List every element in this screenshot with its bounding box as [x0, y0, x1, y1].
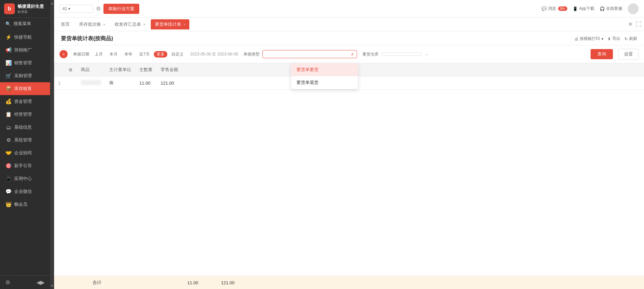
inventory-icon: 📦: [5, 86, 11, 92]
tabbar-close-all-button[interactable]: ✕: [626, 20, 635, 28]
date-tab-custom[interactable]: 自定义: [169, 51, 186, 58]
expand-icon: »: [63, 52, 65, 57]
topbar-left: 41 ▾ ⚙ 体验行业方案: [59, 4, 538, 14]
dropdown-item-order-return[interactable]: 要货单退货: [291, 76, 358, 89]
tab-receive-summary-label: 收发存汇总表: [115, 21, 141, 27]
purchase-icon: 🛒: [5, 73, 11, 79]
tab-order-stats-close[interactable]: ×: [183, 22, 185, 26]
tabbar: 首页 库存批次账 × 收发存汇总表 × 要货单统计表 × ✕ ⛶: [54, 18, 644, 31]
type-filter-input[interactable]: ∧: [262, 50, 357, 58]
tab-home[interactable]: 首页: [57, 19, 74, 29]
sidebar-item-label: 企业微信: [14, 188, 32, 195]
date-tab-last-month[interactable]: 上月: [92, 51, 105, 58]
quick-nav-icon: ⚡: [5, 34, 11, 40]
tab-order-stats[interactable]: 要货单统计表 ×: [151, 19, 189, 29]
logo-icon: b: [4, 3, 15, 14]
warehouse-filter-input[interactable]: [381, 52, 422, 56]
scroll-down-arrow[interactable]: ▼: [50, 284, 54, 288]
cell-amount: 121.00: [157, 76, 182, 90]
message-icon: 💬: [542, 6, 547, 11]
message-badge: 99+: [558, 6, 567, 11]
tab-receive-summary[interactable]: 收发存汇总表 ×: [111, 19, 149, 29]
dropdown-item-order-goods[interactable]: 要货单要货: [291, 63, 358, 76]
settings-bottom-icon[interactable]: ⚙: [5, 279, 10, 286]
sidebar-item-quick-nav[interactable]: ⚡ 快捷导航: [0, 31, 50, 44]
tabbar-right: ✕ ⛶: [626, 20, 641, 28]
guide-icon: 🎯: [5, 163, 11, 169]
print-button[interactable]: 🖨 按模板打印 ▾: [574, 36, 603, 42]
date-tab-this-month[interactable]: 本月: [107, 51, 120, 58]
marketing-icon: 📢: [5, 47, 11, 53]
date-tab-more[interactable]: 更多: [154, 51, 167, 58]
sidebar-item-label: 销售管理: [14, 60, 32, 66]
warehouse-filter-label: 要货仓库: [362, 51, 379, 57]
service-icon: 🎧: [600, 6, 605, 11]
user-avatar[interactable]: [628, 3, 639, 14]
sidebar-item-purchase[interactable]: 🛒 采购管理: [0, 69, 50, 82]
type-filter-group: 单据类型 ∧: [243, 50, 357, 58]
query-button[interactable]: 查询: [591, 49, 613, 59]
refresh-icon: ↻: [624, 37, 628, 41]
topbar-settings-icon[interactable]: ⚙: [96, 5, 101, 12]
sidebar: b 畅捷通好生意 标准版 🔍 搜索菜单 ⚡ 快捷导航 📢 营销推广 📊 销售管理…: [0, 0, 50, 289]
basic-icon: 🗂: [5, 124, 11, 130]
export-button[interactable]: ⬇ 导出: [607, 36, 620, 42]
app-icon: 📱: [573, 6, 578, 11]
sidebar-menu: ⚡ 快捷导航 📢 营销推广 📊 销售管理 🛒 采购管理 📦 库存核算 💰 资金管…: [0, 29, 50, 275]
print-dropdown-icon: ▾: [601, 37, 603, 41]
table-area: ⚙ 商品 主计量单位 主数量 零售金额 1: [54, 63, 644, 276]
sidebar-item-finance[interactable]: 💰 资金管理: [0, 95, 50, 108]
print-label: 按模板打印: [580, 36, 600, 42]
date-tab-this-year[interactable]: 本年: [122, 51, 135, 58]
tab-receive-summary-close[interactable]: ×: [143, 22, 145, 26]
tab-inventory-batch-close[interactable]: ×: [103, 22, 105, 26]
promo-button[interactable]: 体验行业方案: [103, 4, 139, 14]
company-selector[interactable]: 41 ▾: [59, 5, 93, 13]
date-range-display: 2023-05-06 至 2023-06-06: [190, 51, 238, 57]
tab-inventory-batch[interactable]: 库存批次账 ×: [75, 19, 109, 29]
message-button[interactable]: 💬 消息 99+: [542, 6, 567, 12]
export-icon: ⬇: [607, 37, 611, 41]
main-area: 41 ▾ ⚙ 体验行业方案 💬 消息 99+ 📱 App下载 🎧 在线客服: [54, 0, 644, 289]
page-header: 要货单统计表(按商品) 🖨 按模板打印 ▾ ⬇ 导出 ↻ 刷新: [54, 31, 644, 45]
sidebar-item-label: 畅会员: [14, 201, 27, 207]
refresh-label: 刷新: [629, 36, 637, 42]
app-download-button[interactable]: 📱 App下载: [573, 6, 594, 12]
sidebar-item-inventory[interactable]: 📦 库存核算: [0, 82, 50, 95]
cell-seq: 1: [54, 76, 65, 90]
sidebar-item-basic[interactable]: 🗂 基础信息: [0, 121, 50, 134]
collapse-icon[interactable]: ◀▶: [37, 279, 45, 286]
logo-sub: 标准版: [18, 9, 44, 14]
warehouse-filter-group: 要货仓库 ···: [362, 51, 428, 57]
sidebar-search-label: 搜索菜单: [14, 21, 31, 27]
sidebar-item-operations[interactable]: 📋 经营管理: [0, 108, 50, 121]
cell-quantity: 11.00: [135, 76, 157, 90]
sidebar-item-label: 营销推广: [14, 47, 32, 53]
sidebar-item-marketing[interactable]: 📢 营销推广: [0, 44, 50, 57]
sidebar-item-member[interactable]: 👑 畅会员: [0, 198, 50, 211]
sidebar-item-label: 库存核算: [14, 86, 32, 92]
date-tab-7days[interactable]: 近7天: [137, 51, 152, 58]
goods-name-blurred: [81, 80, 101, 85]
filter-expand-button[interactable]: »: [59, 50, 68, 58]
warehouse-filter-dots[interactable]: ···: [425, 52, 428, 57]
sidebar-search[interactable]: 🔍 搜索菜单: [0, 18, 50, 29]
col-settings[interactable]: ⚙: [65, 63, 77, 76]
page-content: 要货单统计表(按商品) 🖨 按模板打印 ▾ ⬇ 导出 ↻ 刷新: [54, 31, 644, 289]
sidebar-item-wechat[interactable]: 💬 企业微信: [0, 185, 50, 198]
refresh-button[interactable]: ↻ 刷新: [624, 36, 637, 42]
sidebar-item-guide[interactable]: 🎯 新手引导: [0, 159, 50, 172]
sidebar-item-sales[interactable]: 📊 销售管理: [0, 57, 50, 69]
sidebar-item-label: 应用中心: [14, 176, 32, 182]
sidebar-item-system[interactable]: ⚙ 系统管理: [0, 134, 50, 147]
filter-settings-button[interactable]: 设置: [618, 49, 639, 60]
sidebar-item-app-center[interactable]: 📱 应用中心: [0, 172, 50, 185]
sidebar-item-enterprise[interactable]: 🤝 企业协同: [0, 147, 50, 159]
online-service-button[interactable]: 🎧 在线客服: [600, 6, 622, 12]
col-goods: 商品: [77, 63, 105, 76]
enterprise-icon: 🤝: [5, 150, 11, 156]
operations-icon: 📋: [5, 111, 11, 117]
scroll-up-arrow[interactable]: ▲: [50, 1, 54, 5]
sidebar-scrollbar: ▲ ▼: [50, 0, 54, 289]
tabbar-expand-button[interactable]: ⛶: [636, 21, 641, 27]
